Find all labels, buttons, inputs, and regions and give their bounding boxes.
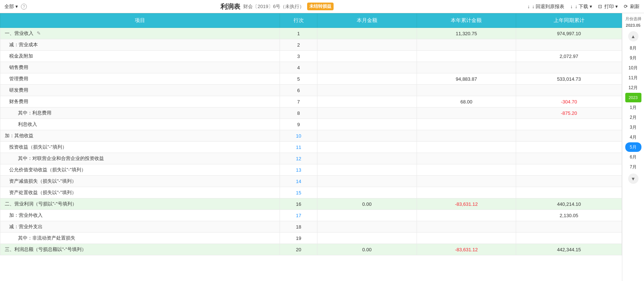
- table-cell-row-num: 3: [280, 51, 317, 62]
- all-label: 全部: [4, 3, 14, 10]
- table-cell-ytd: [417, 210, 516, 221]
- help-icon[interactable]: ?: [21, 4, 27, 10]
- edit-icon[interactable]: ✎: [36, 30, 42, 36]
- table-cell-ytd: [417, 176, 516, 187]
- table-cell-prior-ytd: 2,072.97: [516, 51, 622, 62]
- table-row: 销售费用4: [0, 62, 622, 73]
- table-cell-prior-ytd: [516, 176, 622, 187]
- col-header-prior-ytd: 上年同期累计: [516, 14, 622, 28]
- table-row: 管理费用594,883.87533,014.73: [0, 73, 622, 85]
- month-item[interactable]: 3月: [625, 123, 641, 132]
- table-row: 加：营业外收入172,130.05: [0, 210, 622, 221]
- table-row: 三、利润总额（亏损总额以"-"号填列）200.00-83,631.12442,3…: [0, 244, 622, 255]
- right-sidebar: 月份选择 2023.05 ▲ 8月9月10月11月12月20231月2月3月4月…: [622, 13, 644, 281]
- month-item[interactable]: 8月: [625, 43, 641, 53]
- month-item[interactable]: 6月: [625, 152, 641, 162]
- table-row: 公允价值变动收益（损失以"-"填列）13: [0, 164, 622, 176]
- dropdown-icon: ▾: [15, 4, 18, 9]
- table-cell-item: 资产处置收益（损失以"-"填列）: [0, 187, 280, 198]
- top-bar: 全部 ▾ ? 利润表 财会〔2019〕6号（未执行） 未结转损益 ↓ ↓ 回退到…: [0, 0, 644, 13]
- table-cell-ytd: [417, 51, 516, 62]
- table-cell-current-month: [317, 164, 417, 176]
- table-cell-current-month: [317, 39, 417, 51]
- month-item[interactable]: 9月: [625, 53, 641, 63]
- table-cell-prior-ytd: [516, 85, 622, 96]
- month-up-button[interactable]: ▲: [628, 31, 638, 41]
- table-row: 财务费用768.00-304.70: [0, 96, 622, 107]
- month-item[interactable]: 4月: [625, 132, 641, 142]
- table-row: 利息收入9: [0, 119, 622, 130]
- table-cell-item: 研发费用: [0, 85, 280, 96]
- table-cell-ytd: [417, 142, 516, 153]
- top-bar-actions: ↓ ↓ 回退到原报表 ↓ ↓ 下载 ▾ ⊡ 打印 ▾ ⟳ 刷新: [528, 3, 640, 10]
- back-button[interactable]: ↓ ↓ 回退到原报表: [528, 3, 565, 10]
- table-cell-ytd: [417, 85, 516, 96]
- table-cell-row-num: 20: [280, 244, 317, 255]
- table-cell-prior-ytd: [516, 39, 622, 51]
- table-cell-current-month: [317, 153, 417, 164]
- current-year: 2023.05: [626, 23, 641, 28]
- table-cell-row-num: 8: [280, 107, 317, 119]
- table-cell-ytd: 94,883.87: [417, 73, 516, 85]
- table-cell-item: 加：其他收益: [0, 130, 280, 142]
- table-cell-item: 公允价值变动收益（损失以"-"填列）: [0, 164, 280, 176]
- table-cell-current-month: [317, 62, 417, 73]
- table-cell-item: 加：营业外收入: [0, 210, 280, 221]
- table-cell-item: 利息收入: [0, 119, 280, 130]
- table-cell-item: 三、利润总额（亏损总额以"-"号填列）: [0, 244, 280, 255]
- table-cell-row-num: 4: [280, 62, 317, 73]
- print-button[interactable]: ⊡ 打印 ▾: [598, 3, 618, 10]
- table-cell-item: 投资收益（损失以"-"填列）: [0, 142, 280, 153]
- month-item[interactable]: 1月: [625, 103, 641, 112]
- report-subtitle: 财会〔2019〕6号（未执行）: [243, 3, 304, 10]
- table-cell-current-month: [317, 96, 417, 107]
- top-bar-center: 利润表 财会〔2019〕6号（未执行） 未结转损益: [220, 2, 334, 11]
- table-cell-current-month: [317, 28, 417, 39]
- table-cell-prior-ytd: 440,214.10: [516, 198, 622, 210]
- refresh-button[interactable]: ⟳ 刷新: [624, 3, 640, 10]
- refresh-icon: ⟳: [624, 4, 628, 9]
- table-cell-item: 二、营业利润（亏损以"-"号填列）: [0, 198, 280, 210]
- table-cell-current-month: [317, 51, 417, 62]
- table-cell-ytd: -83,631.12: [417, 198, 516, 210]
- month-item[interactable]: 12月: [625, 83, 641, 92]
- table-cell-ytd: [417, 39, 516, 51]
- download-button[interactable]: ↓ ↓ 下载 ▾: [570, 3, 592, 10]
- col-header-ytd: 本年累计金额: [417, 14, 516, 28]
- table-cell-item: 其中：非流动资产处置损失: [0, 233, 280, 244]
- table-row: 加：其他收益10: [0, 130, 622, 142]
- table-cell-row-num: 1: [280, 28, 317, 39]
- table-cell-row-num: 5: [280, 73, 317, 85]
- table-cell-prior-ytd: [516, 142, 622, 153]
- month-down-button[interactable]: ▼: [628, 174, 638, 184]
- month-item[interactable]: 7月: [625, 162, 641, 172]
- month-item[interactable]: 2023: [625, 93, 641, 102]
- table-cell-ytd: [417, 233, 516, 244]
- month-item[interactable]: 10月: [625, 63, 641, 73]
- table-row: 资产处置收益（损失以"-"填列）15: [0, 187, 622, 198]
- table-cell-row-num: 13: [280, 164, 317, 176]
- table-cell-prior-ytd: 442,344.15: [516, 244, 622, 255]
- table-cell-prior-ytd: [516, 233, 622, 244]
- table-cell-current-month: 0.00: [317, 198, 417, 210]
- table-cell-ytd: 11,320.75: [417, 28, 516, 39]
- table-cell-ytd: [417, 130, 516, 142]
- table-cell-ytd: [417, 187, 516, 198]
- table-cell-item: 减：营业成本: [0, 39, 280, 51]
- table-row: 一、营业收入✎111,320.75974,997.10: [0, 28, 622, 39]
- month-item[interactable]: 11月: [625, 73, 641, 83]
- table-area: 项目 行次 本月金额 本年累计金额 上年同期累计 一、营业收入✎111,320.…: [0, 13, 622, 281]
- col-header-row: 行次: [280, 14, 317, 28]
- table-row: 其中：对联营企业和合营企业的投资收益12: [0, 153, 622, 164]
- col-header-current-month: 本月金额: [317, 14, 417, 28]
- month-item[interactable]: 2月: [625, 113, 641, 122]
- table-cell-row-num: 9: [280, 119, 317, 130]
- all-button[interactable]: 全部 ▾: [4, 3, 18, 10]
- month-item[interactable]: 5月: [625, 142, 641, 152]
- table-cell-ytd: [417, 164, 516, 176]
- table-cell-item: 税金及附加: [0, 51, 280, 62]
- table-cell-prior-ytd: [516, 153, 622, 164]
- table-cell-prior-ytd: -875.20: [516, 107, 622, 119]
- table-cell-current-month: [317, 221, 417, 233]
- table-cell-item: 管理费用: [0, 73, 280, 85]
